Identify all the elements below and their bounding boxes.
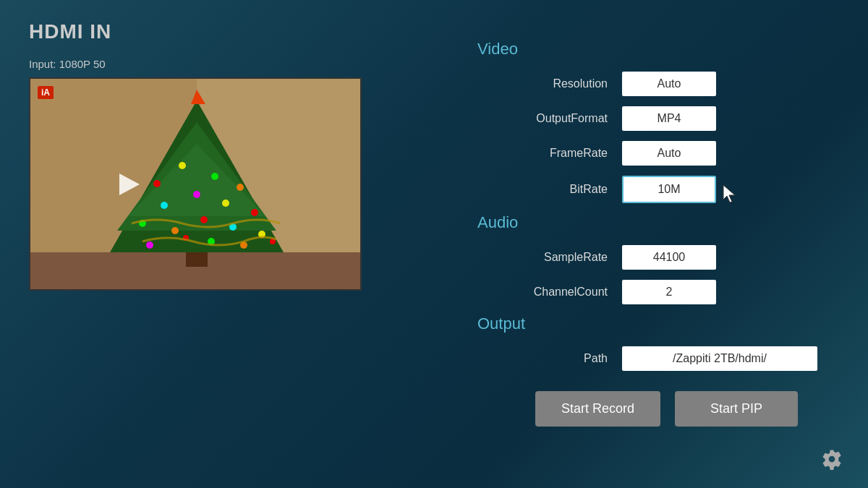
start-pip-button[interactable]: Start PIP <box>675 391 798 427</box>
samplerate-value[interactable]: 44100 <box>622 245 716 270</box>
svg-rect-26 <box>30 79 362 291</box>
channelcount-value[interactable]: 2 <box>622 280 716 304</box>
buttons-row: Start Record Start PIP <box>477 391 825 427</box>
outputformat-label: OutputFormat <box>477 112 622 125</box>
resolution-value[interactable]: Auto <box>622 72 716 96</box>
input-info: Input: 1080P 50 <box>29 58 362 70</box>
channelcount-label: ChannelCount <box>477 286 622 299</box>
outputformat-value[interactable]: MP4 <box>622 106 716 131</box>
ia-badge: iA <box>38 86 54 99</box>
samplerate-row: SampleRate 44100 <box>477 245 825 270</box>
framerate-row: FrameRate Auto <box>477 141 825 166</box>
outputformat-row: OutputFormat MP4 <box>477 106 825 131</box>
resolution-label: Resolution <box>477 77 622 90</box>
video-preview-area: Input: 1080P 50 <box>29 58 362 291</box>
path-row: Path /Zappiti 2TB/hdmi/ <box>477 346 825 371</box>
preview-background: iA <box>30 79 360 289</box>
settings-panel: Video Resolution Auto OutputFormat MP4 F… <box>477 40 825 427</box>
video-preview: iA <box>29 77 362 291</box>
bitrate-label: BitRate <box>477 183 622 196</box>
play-arrow-icon <box>119 174 140 195</box>
video-section-title: Video <box>477 40 825 59</box>
audio-section-title: Audio <box>477 213 825 232</box>
bitrate-value[interactable]: 10M <box>622 176 716 203</box>
path-value[interactable]: /Zappiti 2TB/hdmi/ <box>622 346 817 371</box>
bitrate-row: BitRate 10M <box>477 176 825 203</box>
resolution-row: Resolution Auto <box>477 72 825 96</box>
gear-icon[interactable] <box>821 448 843 470</box>
play-button[interactable] <box>115 170 144 199</box>
start-record-button[interactable]: Start Record <box>535 391 660 427</box>
samplerate-label: SampleRate <box>477 251 622 264</box>
output-section-title: Output <box>477 314 825 333</box>
path-label: Path <box>477 352 622 365</box>
page-title: HDMI IN <box>29 20 111 43</box>
channelcount-row: ChannelCount 2 <box>477 280 825 304</box>
mouse-cursor-icon <box>722 184 738 204</box>
framerate-value[interactable]: Auto <box>622 141 716 166</box>
svg-marker-27 <box>723 185 735 202</box>
framerate-label: FrameRate <box>477 147 622 160</box>
